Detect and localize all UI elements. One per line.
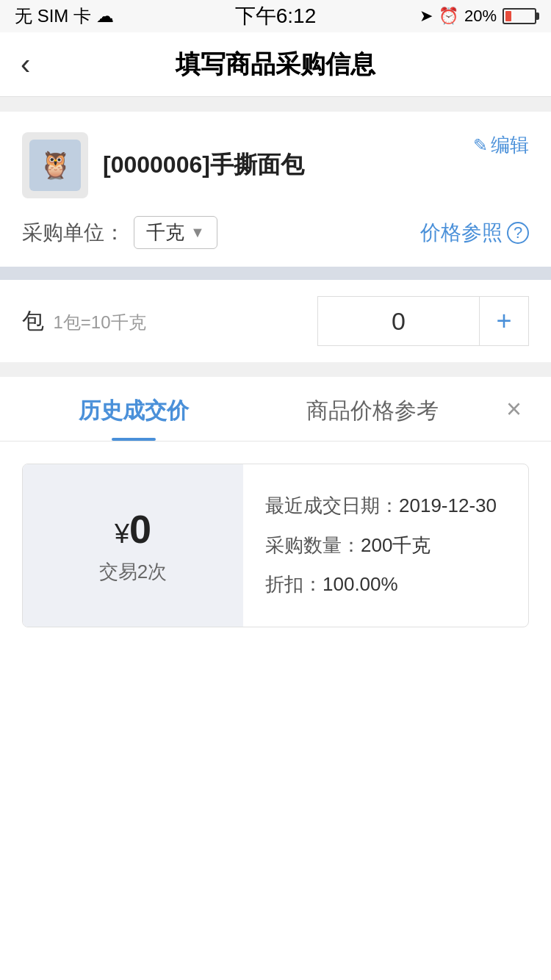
product-thumbnail: 🦉 — [22, 132, 88, 198]
purchase-quantity-label: 采购数量： — [265, 534, 361, 556]
history-detail-side: 最近成交日期：2019-12-30 采购数量：200千克 折扣：100.00% — [243, 464, 528, 627]
tab-content-history: ¥0 交易2次 最近成交日期：2019-12-30 采购数量：200千克 折扣：… — [0, 442, 551, 649]
location-icon: ➤ — [419, 7, 433, 26]
price-ref-label: 价格参照 — [420, 219, 503, 247]
sim-status: 无 SIM 卡 ☁ — [15, 4, 114, 28]
discount-value: 100.00% — [323, 573, 398, 595]
history-price-side: ¥0 交易2次 — [23, 464, 243, 627]
tabs-section: 历史成交价 商品价格参考 × ¥0 交易2次 最近成交日期：2019-12-30… — [0, 377, 551, 649]
unit-label: 采购单位： — [22, 219, 125, 247]
unit-left: 采购单位： 千克 ▼ — [22, 216, 217, 249]
price-ref-help-icon: ? — [507, 222, 529, 244]
product-unit-row: 采购单位： 千克 ▼ 价格参照 ? — [22, 216, 529, 249]
product-card: 🦉 [0000006]手撕面包 ✎ 编辑 采购单位： 千克 ▼ 价格参照 ? — [0, 112, 551, 267]
unit-select-dropdown[interactable]: 千克 ▼ — [134, 216, 217, 249]
discount-row: 折扣：100.00% — [265, 569, 506, 600]
battery-fill — [505, 11, 511, 21]
tab-close-button[interactable]: × — [491, 384, 536, 434]
history-currency-symbol: ¥ — [115, 519, 129, 549]
footer-space — [0, 649, 551, 980]
battery-icon — [503, 8, 536, 24]
quantity-conversion: 1包=10千克 — [53, 312, 145, 332]
purchase-quantity-value: 200千克 — [361, 534, 431, 556]
status-bar: 无 SIM 卡 ☁ 下午6:12 ➤ ⏰ 20% — [0, 0, 551, 32]
quantity-row: 包 1包=10千克 + — [0, 280, 551, 362]
recent-date-row: 最近成交日期：2019-12-30 — [265, 491, 506, 522]
back-button[interactable]: ‹ — [21, 48, 30, 81]
quantity-unit-label: 包 — [22, 309, 44, 333]
recent-date-value: 2019-12-30 — [399, 494, 497, 516]
edit-label: 编辑 — [491, 132, 529, 158]
history-price-value: ¥0 — [115, 506, 151, 552]
history-transactions-label: 交易2次 — [99, 559, 167, 585]
product-info-left: 🦉 [0000006]手撕面包 — [22, 132, 304, 198]
alarm-icon: ⏰ — [439, 7, 458, 26]
quantity-input-area: + — [317, 296, 529, 346]
edit-icon: ✎ — [473, 135, 488, 156]
product-thumbnail-inner: 🦉 — [29, 140, 81, 191]
purchase-quantity-row: 采购数量：200千克 — [265, 530, 506, 561]
tab-history-price[interactable]: 历史成交价 — [15, 377, 253, 441]
discount-label: 折扣： — [265, 573, 323, 595]
status-left: 无 SIM 卡 ☁ — [15, 4, 114, 28]
recent-date-label: 最近成交日期： — [265, 494, 399, 516]
battery-percent: 20% — [464, 7, 497, 26]
status-right: ➤ ⏰ 20% — [419, 7, 536, 26]
quantity-plus-button[interactable]: + — [479, 296, 529, 346]
tabs-header: 历史成交价 商品价格参考 × — [0, 377, 551, 442]
product-header: 🦉 [0000006]手撕面包 ✎ 编辑 — [22, 132, 529, 198]
nav-bar: ‹ 填写商品采购信息 — [0, 32, 551, 97]
quantity-input[interactable] — [317, 296, 479, 346]
product-logo-icon: 🦉 — [39, 150, 72, 181]
dropdown-arrow-icon: ▼ — [190, 224, 205, 241]
product-name: [0000006]手撕面包 — [103, 149, 304, 181]
quantity-label-area: 包 1包=10千克 — [22, 306, 146, 336]
section-divider — [0, 267, 551, 280]
tab-price-reference[interactable]: 商品价格参考 — [253, 377, 491, 441]
edit-button[interactable]: ✎ 编辑 — [473, 132, 529, 158]
status-time: 下午6:12 — [235, 2, 317, 30]
history-price-number: 0 — [129, 507, 151, 551]
history-price-card: ¥0 交易2次 最近成交日期：2019-12-30 采购数量：200千克 折扣：… — [22, 464, 529, 627]
unit-value: 千克 — [146, 220, 184, 245]
price-reference-link[interactable]: 价格参照 ? — [420, 219, 529, 247]
page-title: 填写商品采购信息 — [176, 48, 375, 82]
